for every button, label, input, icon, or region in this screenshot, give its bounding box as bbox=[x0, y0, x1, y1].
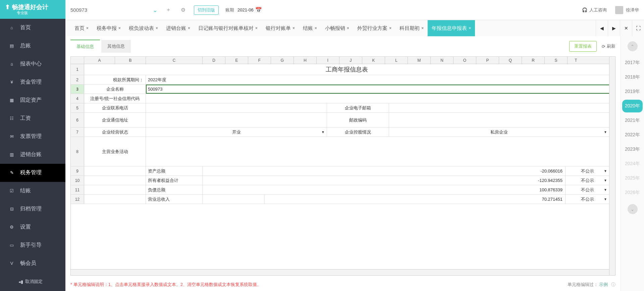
row-header[interactable]: 9 bbox=[71, 166, 84, 176]
col-header-P[interactable]: P bbox=[476, 57, 499, 64]
tab-close-icon[interactable]: × bbox=[292, 26, 295, 31]
help-icon[interactable]: ⓘ bbox=[611, 282, 615, 287]
postcode-input[interactable] bbox=[389, 113, 609, 127]
holding-select[interactable]: 私营企业▼ bbox=[389, 128, 609, 137]
col-header-T[interactable]: T bbox=[568, 57, 584, 64]
tab-4[interactable]: 日记账与银行对账单核对 × bbox=[194, 20, 262, 36]
col-header-B[interactable]: B bbox=[115, 57, 146, 64]
tab-close-icon[interactable]: × bbox=[421, 26, 424, 31]
sidebar-item-1[interactable]: ▤总账 bbox=[0, 37, 65, 55]
publish-select[interactable]: 不公示▼ bbox=[566, 176, 609, 185]
publish-select[interactable]: 不公示▼ bbox=[566, 166, 609, 176]
refresh-button[interactable]: ⟳ 刷新 bbox=[602, 43, 615, 49]
sidebar-item-5[interactable]: ☷工资 bbox=[0, 109, 65, 128]
example-link[interactable]: 示例 bbox=[599, 282, 608, 287]
row-header[interactable]: 7 bbox=[71, 128, 84, 137]
email-input[interactable] bbox=[389, 103, 609, 112]
sidebar-item-2[interactable]: ⩍报表中心 bbox=[0, 55, 65, 73]
sidebar-item-0[interactable]: ⌂首页 bbox=[0, 19, 65, 37]
tab-5[interactable]: 银行对账单 × bbox=[262, 20, 299, 36]
year-scroll-down[interactable]: ⌄ bbox=[628, 204, 638, 214]
row-header[interactable]: 11 bbox=[71, 185, 84, 194]
year-2020年[interactable]: 2020年 bbox=[622, 100, 643, 112]
tab-close-icon[interactable]: × bbox=[315, 26, 317, 31]
tab-2[interactable]: 税负波动表 × bbox=[125, 20, 162, 36]
fin-value[interactable]: -120.942355 bbox=[203, 176, 566, 185]
sidebar-item-9[interactable]: ☑结账 bbox=[0, 182, 65, 200]
publish-select[interactable]: 不公示▼ bbox=[566, 195, 609, 204]
main-activity-input[interactable] bbox=[146, 137, 609, 166]
col-header-F[interactable]: F bbox=[248, 57, 271, 64]
sidebar-item-3[interactable]: ¥资金管理 bbox=[0, 73, 65, 91]
year-2025年[interactable]: 2025年 bbox=[622, 172, 643, 185]
row-header[interactable]: 3 bbox=[71, 85, 84, 94]
year-2026年[interactable]: 2026年 bbox=[622, 186, 643, 199]
sidebar-item-11[interactable]: ⚙设置 bbox=[0, 218, 65, 236]
row-header[interactable]: 6 bbox=[71, 113, 84, 127]
reg-code-input[interactable] bbox=[146, 94, 609, 103]
year-2021年[interactable]: 2021年 bbox=[622, 114, 643, 127]
row-header[interactable]: 8 bbox=[71, 137, 84, 166]
sidebar-item-4[interactable]: ▦固定资产 bbox=[0, 91, 65, 109]
sidebar-item-10[interactable]: ⊟归档管理 bbox=[0, 200, 65, 218]
col-header-G[interactable]: G bbox=[271, 57, 294, 64]
row-header[interactable]: 2 bbox=[71, 75, 84, 84]
tab-7[interactable]: 小畅报销 × bbox=[321, 20, 353, 36]
address-input[interactable] bbox=[146, 113, 327, 127]
col-header-R[interactable]: R bbox=[522, 57, 545, 64]
fin-value[interactable]: 70.271451 bbox=[265, 195, 566, 204]
tab-scroll-left[interactable]: ◀ bbox=[596, 20, 608, 36]
fullscreen-icon[interactable]: ⛶ bbox=[632, 20, 644, 36]
tab-1[interactable]: 税务申报 × bbox=[93, 20, 125, 36]
tab-10[interactable]: 年报信息申报表 × bbox=[428, 20, 475, 36]
col-header-Q[interactable]: Q bbox=[499, 57, 522, 64]
tab-6[interactable]: 结账 × bbox=[299, 20, 321, 36]
period-value[interactable]: 2021-06 bbox=[237, 7, 254, 12]
col-header-N[interactable]: N bbox=[431, 57, 453, 64]
row-header[interactable]: 10 bbox=[71, 176, 84, 185]
col-header-S[interactable]: S bbox=[545, 57, 568, 64]
tax-period-value[interactable]: 2022年度 bbox=[146, 75, 609, 84]
year-2018年[interactable]: 2018年 bbox=[622, 71, 643, 84]
consult-button[interactable]: 🎧 人工咨询 bbox=[582, 7, 607, 13]
subtab-basic-info[interactable]: 基础信息 bbox=[70, 40, 100, 53]
tab-close-all[interactable]: ✕ bbox=[620, 20, 632, 36]
tab-9[interactable]: 科目期初 × bbox=[395, 20, 428, 36]
fin-sub-empty[interactable] bbox=[203, 195, 265, 204]
tab-close-icon[interactable]: × bbox=[389, 26, 391, 31]
corner-cell[interactable] bbox=[71, 57, 84, 64]
tab-scroll-right[interactable]: ▶ bbox=[608, 20, 620, 36]
add-icon[interactable]: ＋ bbox=[164, 6, 172, 13]
fin-value[interactable]: -20.066016 bbox=[203, 166, 566, 176]
year-2023年[interactable]: 2023年 bbox=[622, 143, 643, 156]
col-header-A[interactable]: A bbox=[84, 57, 115, 64]
subtab-other-info[interactable]: 其他信息 bbox=[101, 40, 131, 53]
col-header-M[interactable]: M bbox=[408, 57, 431, 64]
phone-input[interactable] bbox=[146, 103, 327, 112]
year-2024年[interactable]: 2024年 bbox=[622, 157, 643, 170]
tab-8[interactable]: 外贸行业方案 × bbox=[353, 20, 395, 36]
col-header-J[interactable]: J bbox=[339, 57, 362, 64]
sidebar-item-7[interactable]: ▥进销台账 bbox=[0, 146, 65, 164]
sidebar-item-13[interactable]: V畅会员 bbox=[0, 254, 65, 273]
reset-report-button[interactable]: 重置报表 bbox=[569, 41, 597, 52]
vertical-scrollbar[interactable] bbox=[609, 57, 615, 275]
fin-value[interactable]: 100.876339 bbox=[203, 185, 566, 194]
year-2022年[interactable]: 2022年 bbox=[622, 129, 643, 141]
col-header-D[interactable]: D bbox=[203, 57, 225, 64]
old-version-button[interactable]: 切到旧版 bbox=[194, 5, 219, 15]
tab-close-icon[interactable]: × bbox=[156, 26, 158, 31]
row-header[interactable]: 5 bbox=[71, 103, 84, 112]
status-select[interactable]: 开业▼ bbox=[146, 128, 327, 137]
company-name-input[interactable]: 500973 bbox=[146, 85, 609, 94]
year-2019年[interactable]: 2019年 bbox=[622, 85, 643, 98]
col-header-I[interactable]: I bbox=[317, 57, 339, 64]
col-header-H[interactable]: H bbox=[294, 57, 317, 64]
horizontal-scrollbar[interactable] bbox=[71, 269, 609, 275]
sidebar-item-12[interactable]: ▭新手引导 bbox=[0, 236, 65, 254]
gear-icon[interactable]: ⚙ bbox=[179, 7, 187, 13]
tab-close-icon[interactable]: × bbox=[86, 26, 89, 31]
tab-close-icon[interactable]: × bbox=[469, 26, 471, 31]
col-header-O[interactable]: O bbox=[453, 57, 476, 64]
company-selector[interactable]: 500973 ⌄ bbox=[70, 6, 161, 14]
